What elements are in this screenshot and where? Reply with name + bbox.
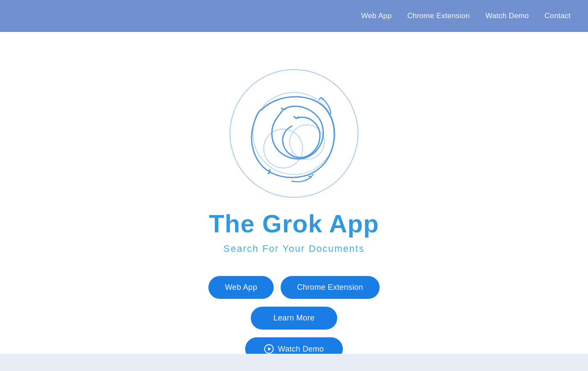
nav-item-web-app[interactable]: Web App: [361, 12, 392, 20]
chrome-extension-button[interactable]: Chrome Extension: [281, 276, 380, 299]
main-content: The Grok App Search For Your Documents W…: [0, 32, 588, 371]
logo-svg: [227, 67, 361, 200]
nav-links: Web App Chrome Extension Watch Demo Cont…: [361, 12, 571, 20]
button-row-2: Learn More: [251, 307, 337, 330]
footer-bar: [0, 354, 588, 371]
learn-more-button[interactable]: Learn More: [251, 307, 337, 330]
nav-link-chrome-extension[interactable]: Chrome Extension: [407, 12, 470, 20]
navbar: Web App Chrome Extension Watch Demo Cont…: [0, 0, 588, 32]
app-subtitle: Search For Your Documents: [224, 243, 364, 254]
nav-item-chrome-extension[interactable]: Chrome Extension: [407, 12, 470, 20]
nav-link-watch-demo[interactable]: Watch Demo: [486, 12, 529, 20]
svg-marker-5: [268, 347, 271, 351]
web-app-button[interactable]: Web App: [208, 276, 274, 299]
nav-item-watch-demo[interactable]: Watch Demo: [486, 12, 529, 20]
watch-demo-label: Watch Demo: [278, 345, 324, 354]
play-icon: [264, 344, 274, 354]
nav-link-contact[interactable]: Contact: [544, 12, 571, 20]
button-row-1: Web App Chrome Extension: [208, 276, 380, 299]
logo-container: [227, 67, 361, 200]
nav-link-web-app[interactable]: Web App: [361, 12, 392, 20]
svg-point-0: [230, 70, 358, 197]
nav-item-contact[interactable]: Contact: [544, 12, 571, 20]
app-title: The Grok App: [209, 209, 379, 238]
